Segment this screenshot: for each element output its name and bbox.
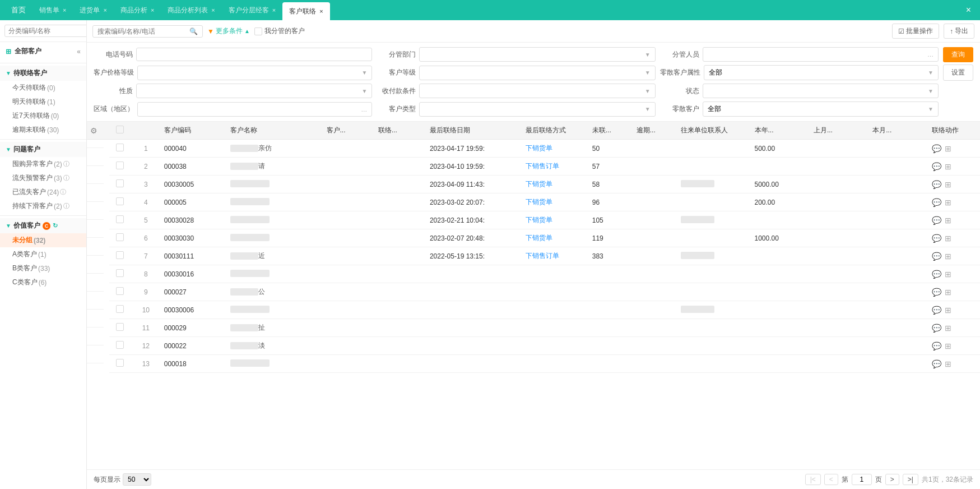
last-method-link[interactable]: 下销售订单 xyxy=(526,252,559,260)
export-button[interactable]: ↑ 导出 xyxy=(944,24,974,39)
sidebar-item-a-class[interactable]: A类客户 (1) xyxy=(0,247,86,261)
message-icon[interactable]: 💬 xyxy=(932,324,941,333)
last-contact-method[interactable] xyxy=(522,337,589,355)
grid-action-icon[interactable]: ⊞ xyxy=(945,198,951,207)
next-page-button[interactable]: > xyxy=(885,474,899,485)
message-icon[interactable]: 💬 xyxy=(932,252,941,261)
sidebar-item-b-class[interactable]: B类客户 (33) xyxy=(0,261,86,275)
last-contact-method[interactable]: 下销售订单 xyxy=(522,158,589,176)
sidebar-item-ungrouped[interactable]: 未分组 (32) xyxy=(0,233,86,247)
grid-action-icon[interactable]: ⊞ xyxy=(945,144,951,153)
close-sales-tab[interactable]: × xyxy=(63,7,66,13)
message-icon[interactable]: 💬 xyxy=(932,198,941,207)
close-customer-segment-tab[interactable]: × xyxy=(272,7,276,13)
filter-payment-select[interactable]: ▼ xyxy=(419,84,655,98)
window-close-button[interactable]: × xyxy=(962,5,976,15)
tab-customer-segment[interactable]: 客户分层经客 × xyxy=(222,0,282,20)
last-contact-method[interactable]: 下销售订单 xyxy=(522,247,589,265)
filter-scatter-customer-select[interactable]: 全部 ▼ xyxy=(703,102,939,117)
th-customer-type[interactable]: 客户... xyxy=(323,122,375,140)
th-last-month[interactable]: 上月... xyxy=(810,122,869,140)
close-purchase-tab[interactable]: × xyxy=(103,7,106,13)
row-checkbox[interactable] xyxy=(116,341,124,349)
tab-product-analysis-list[interactable]: 商品分析列表 × xyxy=(161,0,221,20)
sidebar-group-pending-header[interactable]: ▼ 待联络客户 xyxy=(0,66,86,81)
row-checkbox[interactable] xyxy=(116,323,124,331)
last-contact-method[interactable]: 下销货单 xyxy=(522,193,589,211)
row-checkbox[interactable] xyxy=(116,144,124,151)
row-checkbox[interactable] xyxy=(116,305,124,313)
sidebar-group-problem-header[interactable]: ▼ 问题客户 xyxy=(0,142,86,157)
query-button[interactable]: 查询 xyxy=(943,47,973,62)
first-page-button[interactable]: |< xyxy=(805,474,821,485)
reset-button[interactable]: 设置 xyxy=(943,64,973,81)
toolbar-search-icon[interactable]: 🔍 xyxy=(189,27,198,35)
filter-nature-select[interactable]: ▼ xyxy=(136,84,372,98)
settings-gear-button[interactable]: ⚙ xyxy=(90,126,97,135)
close-product-analysis-tab[interactable]: × xyxy=(151,7,154,13)
close-customer-contact-tab[interactable]: × xyxy=(319,8,323,15)
last-contact-method[interactable] xyxy=(522,283,589,301)
my-customers-checkbox[interactable] xyxy=(254,27,262,35)
last-contact-method[interactable]: 下销货单 xyxy=(522,140,589,158)
tab-product-analysis[interactable]: 商品分析 × xyxy=(114,0,161,20)
my-customers-checkbox-container[interactable]: 我分管的客户 xyxy=(254,26,305,36)
row-checkbox[interactable] xyxy=(116,162,124,169)
sidebar-item-churn-warning[interactable]: 流失预警客户 (3) ⓘ xyxy=(0,171,86,185)
last-contact-method[interactable]: 下销货单 xyxy=(522,176,589,193)
row-checkbox[interactable] xyxy=(116,251,124,259)
filter-scatter-attr-select[interactable]: 全部 ▼ xyxy=(704,65,939,80)
toolbar-filter-btn[interactable]: ▼ 更多条件 ▲ xyxy=(207,26,250,36)
last-contact-method[interactable] xyxy=(522,301,589,319)
filter-manager-input[interactable]: … xyxy=(703,47,939,62)
th-this-year[interactable]: 本年... xyxy=(751,122,810,140)
filter-customer-level-select[interactable]: ▼ xyxy=(419,66,655,80)
grid-action-icon[interactable]: ⊞ xyxy=(945,180,951,189)
page-number-input[interactable] xyxy=(852,474,872,485)
filter-phone-input[interactable] xyxy=(136,48,372,61)
sidebar-item-lost-customers[interactable]: 已流失客户 (24) ⓘ xyxy=(0,185,86,199)
last-page-button[interactable]: >| xyxy=(903,474,918,485)
message-icon[interactable]: 💬 xyxy=(932,234,941,243)
last-contact-method[interactable] xyxy=(522,265,589,283)
th-last-date[interactable]: 最后联络日期 xyxy=(426,122,522,140)
message-icon[interactable]: 💬 xyxy=(932,180,941,189)
row-checkbox[interactable] xyxy=(116,215,124,223)
header-checkbox[interactable] xyxy=(116,126,124,133)
grid-action-icon[interactable]: ⊞ xyxy=(945,234,951,243)
row-checkbox[interactable] xyxy=(116,233,124,241)
th-liaison[interactable]: 往来单位联系人 xyxy=(677,122,751,140)
th-last-method[interactable]: 最后联络方式 xyxy=(522,122,589,140)
tab-customer-contact[interactable]: 客户联络 × xyxy=(282,2,329,20)
last-method-link[interactable]: 下销货单 xyxy=(526,234,552,242)
tab-home[interactable]: 首页 xyxy=(4,0,32,20)
row-checkbox[interactable] xyxy=(116,359,124,367)
row-checkbox[interactable] xyxy=(116,197,124,205)
sidebar-collapse-icon[interactable]: « xyxy=(77,48,81,56)
grid-action-icon[interactable]: ⊞ xyxy=(945,359,951,368)
message-icon[interactable]: 💬 xyxy=(932,270,941,279)
th-customer-code[interactable]: 客户编码 xyxy=(161,122,227,140)
message-icon[interactable]: 💬 xyxy=(932,144,941,153)
toolbar-search-input[interactable] xyxy=(97,27,187,35)
th-contact[interactable]: 联络... xyxy=(375,122,426,140)
row-checkbox[interactable] xyxy=(116,287,124,295)
last-contact-method[interactable] xyxy=(522,319,589,337)
last-method-link[interactable]: 下销售订单 xyxy=(526,162,559,170)
grid-action-icon[interactable]: ⊞ xyxy=(945,306,951,315)
message-icon[interactable]: 💬 xyxy=(932,162,941,171)
th-this-month[interactable]: 本月... xyxy=(869,122,928,140)
grid-action-icon[interactable]: ⊞ xyxy=(945,270,951,279)
sidebar-item-overdue-contact[interactable]: 逾期未联络 (30) xyxy=(0,123,86,137)
refresh-icon[interactable]: ↻ xyxy=(53,222,58,229)
grid-action-icon[interactable]: ⊞ xyxy=(945,216,951,225)
last-method-link[interactable]: 下销货单 xyxy=(526,144,552,152)
grid-action-icon[interactable]: ⊞ xyxy=(945,162,951,171)
filter-region-input[interactable]: … xyxy=(137,102,372,117)
sidebar-item-week-pending[interactable]: 近7天待联络 (0) xyxy=(0,109,86,123)
last-method-link[interactable]: 下销货单 xyxy=(526,198,552,206)
th-uncontact[interactable]: 未联... xyxy=(589,122,633,140)
batch-ops-button[interactable]: ☑ 批量操作 xyxy=(892,24,939,39)
filter-dept-select[interactable]: ▼ xyxy=(419,47,655,62)
grid-action-icon[interactable]: ⊞ xyxy=(945,288,951,297)
